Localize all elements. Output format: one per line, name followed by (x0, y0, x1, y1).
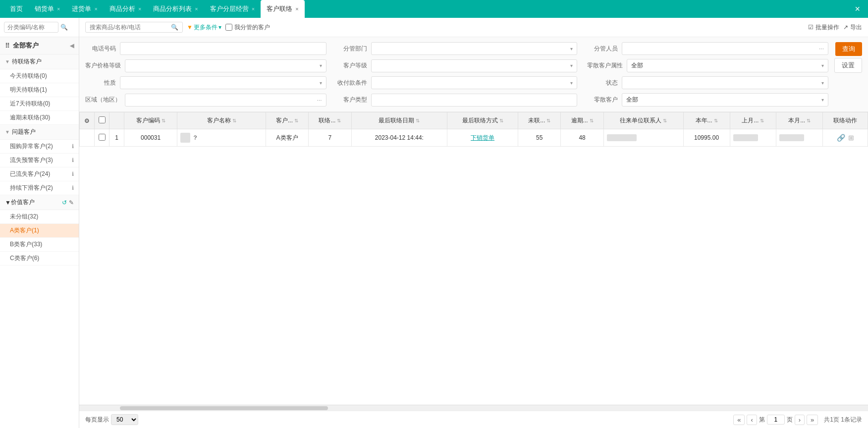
filter-nature-dropdown[interactable]: ▾ (120, 76, 326, 89)
contact-link-icon[interactable]: 🔗 (837, 134, 845, 142)
sidebar-item-overdue[interactable]: 逾期未联络(30) (0, 111, 79, 125)
filter-more-btn[interactable]: ▼ 更多条件 ▾ (187, 23, 221, 32)
nav-customer-segment[interactable]: 客户分层经营 × (204, 0, 261, 18)
close-purchase-tab[interactable]: × (94, 6, 97, 12)
sidebar-group-problem-header[interactable]: ▼ 问题客户 (0, 125, 79, 140)
filter-person-input[interactable]: ··· (622, 42, 828, 55)
last-method-link[interactable]: 下销货单 (471, 134, 494, 141)
filter-customer-grade-dropdown[interactable]: ▾ (371, 59, 578, 72)
edit-icon[interactable]: ✎ (69, 199, 74, 206)
last-page-btn[interactable]: » (807, 415, 818, 425)
gear-icon[interactable]: ⚙ (84, 117, 90, 124)
row-checkbox[interactable] (99, 134, 106, 141)
sort-code-icon[interactable]: ⇅ (162, 118, 165, 123)
my-customers-checkbox[interactable] (225, 24, 232, 31)
bottom-bar: 每页显示 20 50 100 200 « ‹ 第 页 › » 共1页 1条记录 (79, 411, 868, 428)
filter-region-input[interactable]: ··· (125, 94, 326, 107)
sidebar-item-ungroup[interactable]: 未分组(32) (0, 210, 79, 224)
sidebar-group-value-header[interactable]: ▼ 价值客户 ↺ ✎ (0, 195, 79, 210)
close-all-btn[interactable]: × (851, 4, 864, 14)
main-layout: 🔍 ⠿ 全部客户 ◀ ▼ 待联络客户 今天待联络(0) 明天待联络(1) 近7天… (0, 18, 868, 428)
payment-chevron-icon: ▾ (570, 80, 573, 86)
filter-region: 区域（地区） ··· (85, 94, 326, 107)
export-btn[interactable]: ↗ 导出 (843, 23, 862, 32)
horizontal-scrollbar[interactable] (79, 405, 868, 411)
sort-name-icon[interactable]: ⇅ (232, 118, 236, 123)
adv-filter-row-4: 区域（地区） ··· 客户类型 (85, 93, 828, 107)
sidebar-item-tomorrow[interactable]: 明天待联络(1) (0, 83, 79, 97)
filter-customer-type-input[interactable] (371, 94, 578, 107)
cell-name: ？ (177, 129, 266, 147)
filter-dept-dropdown[interactable]: ▾ (371, 42, 578, 55)
close-customer-segment-tab[interactable]: × (252, 6, 255, 12)
first-page-btn[interactable]: « (733, 415, 745, 425)
table-header-row: ⚙ 客户编码 ⇅ (80, 112, 868, 129)
close-customer-contact-tab[interactable]: × (295, 6, 298, 12)
col-code-header: 客户编码 ⇅ (124, 112, 177, 129)
sort-type-icon[interactable]: ⇅ (294, 118, 298, 123)
sidebar-group-pending-header[interactable]: ▼ 待联络客户 (0, 54, 79, 69)
adv-filter-row-2: 客户价格等级 ▾ 客户等级 ▾ (85, 59, 828, 72)
scrollbar-thumb[interactable] (120, 406, 328, 410)
prev-page-btn[interactable]: ‹ (747, 415, 757, 425)
filter-retail-dropdown[interactable]: 全部 ▾ (622, 93, 828, 107)
customer-table: ⚙ 客户编码 ⇅ (79, 112, 868, 147)
sidebar-search-input[interactable] (4, 22, 58, 33)
nav-customer-contact[interactable]: 客户联络 × (261, 0, 304, 18)
filter-retail-attr-dropdown[interactable]: 全部 ▾ (627, 59, 828, 72)
info-icon-2: ℹ (72, 157, 74, 163)
sort-contact-icon[interactable]: ⇅ (337, 118, 341, 123)
collapse-sidebar-icon[interactable]: ◀ (70, 43, 74, 49)
select-all-checkbox[interactable] (99, 116, 106, 123)
sidebar-search-icon[interactable]: 🔍 (60, 24, 68, 31)
next-page-btn[interactable]: › (795, 415, 805, 425)
sidebar-all-customers[interactable]: ⠿ 全部客户 ◀ (0, 37, 79, 54)
cell-index: 1 (109, 129, 124, 147)
sort-this-month-icon[interactable]: ⇅ (807, 118, 811, 123)
filter-search-input[interactable] (90, 24, 169, 31)
sidebar-item-abnormal[interactable]: 囤购异常客户(2) ℹ (0, 140, 79, 154)
sidebar-item-today[interactable]: 今天待联络(0) (0, 69, 79, 83)
sort-date-icon[interactable]: ⇅ (416, 118, 420, 123)
nav-product-analysis[interactable]: 商品分析 × (104, 0, 147, 18)
col-overdue-header: 逾期... ⇅ (561, 112, 603, 129)
sidebar-value-actions: ↺ ✎ (62, 199, 74, 206)
settings-button[interactable]: 设置 (834, 58, 862, 73)
close-product-tab[interactable]: × (138, 6, 141, 12)
sort-no-contact-icon[interactable]: ⇅ (546, 118, 550, 123)
page-size-dropdown[interactable]: 20 50 100 200 (111, 414, 138, 425)
batch-op-btn[interactable]: ☑ 批量操作 (808, 23, 839, 32)
filter-phone-input[interactable] (120, 42, 326, 55)
nav-home[interactable]: 首页 (4, 0, 29, 18)
sort-this-year-icon[interactable]: ⇅ (714, 118, 718, 123)
filter-search-icon[interactable]: 🔍 (171, 24, 178, 31)
page-input[interactable] (767, 415, 785, 425)
sort-unit-contact-icon[interactable]: ⇅ (663, 118, 667, 123)
refresh-icon[interactable]: ↺ (62, 199, 67, 206)
nav-sales[interactable]: 销货单 × (29, 0, 66, 18)
page-label: 第 (759, 416, 765, 424)
filter-payment: 收付款条件 ▾ (336, 76, 578, 89)
nav-product-list[interactable]: 商品分析列表 × (147, 0, 204, 18)
filter-price-grade-dropdown[interactable]: ▾ (125, 59, 326, 72)
col-gear: ⚙ (80, 112, 95, 129)
sidebar-item-class-c[interactable]: C类客户(6) (0, 252, 79, 266)
sort-method-icon[interactable]: ⇅ (499, 118, 503, 123)
query-btn-group: 查询 设置 (828, 42, 862, 107)
query-button[interactable]: 查询 (835, 42, 862, 56)
sort-overdue-icon[interactable]: ⇅ (590, 118, 594, 123)
my-customers-filter[interactable]: 我分管的客户 (225, 23, 270, 32)
sidebar-item-churned[interactable]: 已流失客户(24) ℹ (0, 167, 79, 181)
sidebar-item-7days[interactable]: 近7天待联络(0) (0, 97, 79, 111)
nav-purchase[interactable]: 进货单 × (66, 0, 103, 18)
close-sales-tab[interactable]: × (57, 6, 60, 12)
sidebar-item-class-a[interactable]: A类客户(1) (0, 224, 79, 238)
sidebar-item-churn-warning[interactable]: 流失预警客户(3) ℹ (0, 154, 79, 167)
contact-grid-icon[interactable]: ⊞ (848, 134, 854, 142)
close-product-list-tab[interactable]: × (195, 6, 198, 12)
filter-status-dropdown[interactable]: ▾ (622, 76, 828, 89)
sidebar-item-class-b[interactable]: B类客户(33) (0, 238, 79, 252)
filter-payment-dropdown[interactable]: ▾ (371, 76, 578, 89)
sort-last-month-icon[interactable]: ⇅ (760, 118, 764, 123)
sidebar-item-declining[interactable]: 持续下滑客户(2) ℹ (0, 181, 79, 195)
